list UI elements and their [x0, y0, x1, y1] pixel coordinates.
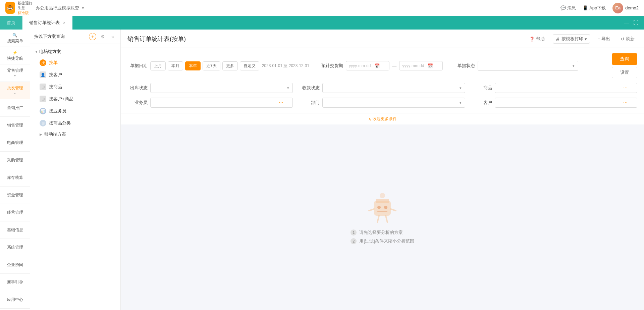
- add-scheme-btn[interactable]: +: [89, 33, 96, 40]
- customer-dots-icon[interactable]: ···: [623, 100, 628, 106]
- filter-settings-btn[interactable]: 设置: [612, 67, 637, 78]
- customer-input[interactable]: ···: [495, 98, 637, 108]
- scheme-by-order-icon: 按: [40, 59, 46, 66]
- page-actions: ❓ 帮助 🖨 按模板打印 ▾ ↑ 导出 ↺: [527, 34, 638, 44]
- sidebar-item-shortcuts[interactable]: ⚡ 快捷导航: [0, 47, 30, 64]
- action-buttons: 查询 设置: [612, 53, 637, 78]
- app-title[interactable]: 办公用品行业模拟账套 ▾: [36, 5, 560, 11]
- date-btn-last-month[interactable]: 上月: [150, 61, 166, 70]
- date-range-text: 2023-01-01 至 2023-12-31: [262, 63, 309, 69]
- sidebar-item-wechat[interactable]: 企业微信: [0, 309, 30, 310]
- sidebar-item-wholesale[interactable]: 批发管理 ▴: [0, 82, 30, 99]
- scheme-by-customer[interactable]: 👤 按客户: [30, 69, 120, 81]
- message-btn[interactable]: 💬 消息: [560, 5, 576, 11]
- delivery-select[interactable]: ▾: [150, 83, 293, 93]
- export-btn[interactable]: ↑ 导出: [595, 35, 613, 43]
- delivery-arrow: ▾: [287, 86, 289, 90]
- date-btn-this-month[interactable]: 本月: [168, 61, 183, 70]
- scheme-by-order[interactable]: 按 按单: [30, 57, 120, 69]
- scheme-by-goods-icon: ⊞: [40, 84, 46, 90]
- expected-date-end[interactable]: yyyy-mm-dd 📅: [399, 61, 443, 70]
- receipt-select[interactable]: ▾: [322, 83, 465, 93]
- query-btn[interactable]: 查询: [612, 53, 637, 65]
- salesman-input[interactable]: ···: [150, 98, 293, 108]
- right-panel: 销售订单统计表(按单) ❓ 帮助 🖨 按模板打印 ▾ ↑: [121, 30, 644, 310]
- salesman-dots-icon[interactable]: ···: [279, 100, 283, 106]
- svg-line-5: [369, 209, 374, 211]
- department-arrow: ▾: [460, 101, 462, 105]
- scheme-by-category[interactable]: ⊟ 按商品分类: [30, 117, 120, 129]
- print-icon: 🖨: [556, 37, 560, 42]
- date-btn-this-year[interactable]: 本年: [185, 61, 201, 70]
- sidebar-item-enterprise[interactable]: 企业协同: [0, 256, 30, 274]
- logo: 🐯 畅捷通好生意 标准版: [5, 1, 36, 15]
- sidebar-item-newbie[interactable]: 新手引导: [0, 274, 30, 291]
- user-profile[interactable]: Ea demo2: [612, 3, 639, 13]
- svg-point-3: [384, 206, 387, 209]
- logo-text: 畅捷通好生意 标准版: [18, 1, 36, 15]
- sidebar-item-retail[interactable]: 零售管理 ▾: [0, 64, 30, 82]
- retail-expand-icon: ▾: [14, 73, 16, 78]
- content-area: 按以下方案查询 + ⚙ « ▾ 电脑端方案 按 按单 👤 按客户: [30, 30, 644, 310]
- sidebar-item-purchase[interactable]: 采购管理: [0, 152, 30, 169]
- filter-content: 单据日期 上月 本月 本年 近7天 更多 自定义 2023-01-01 至 20…: [121, 48, 644, 113]
- expected-date-start[interactable]: yyyy-mm-dd 📅: [346, 61, 389, 70]
- app-download-btn[interactable]: 📱 App下载: [583, 5, 606, 11]
- receipt-label: 收款状态: [300, 85, 320, 91]
- date-btn-7days[interactable]: 近7天: [203, 61, 220, 70]
- search-icon: 🔍: [12, 33, 17, 38]
- sidebar-item-ecommerce[interactable]: 电商管理: [0, 134, 30, 152]
- sidebar-item-search[interactable]: 🔍 搜索菜单: [0, 30, 30, 47]
- date-label: 单据日期: [127, 63, 148, 69]
- sidebar-item-app-center[interactable]: 应用中心: [0, 291, 30, 309]
- tab-close-icon[interactable]: ×: [63, 20, 65, 25]
- mobile-group-triangle: ▶: [40, 133, 42, 136]
- tab-sales-order[interactable]: 销售订单统计表 ×: [22, 16, 72, 30]
- scheme-by-salesman[interactable]: 📊 按业务员: [30, 105, 120, 117]
- date-btn-custom[interactable]: 自定义: [240, 61, 259, 70]
- collapse-btn[interactable]: ∧ 收起更多条件: [121, 113, 644, 124]
- wholesale-expand-icon: ▴: [14, 91, 16, 96]
- date-btn-more[interactable]: 更多: [222, 61, 238, 70]
- tab-minimize-icon[interactable]: —: [624, 20, 629, 26]
- left-panel: 按以下方案查询 + ⚙ « ▾ 电脑端方案 按 按单 👤 按客户: [30, 30, 121, 310]
- refresh-btn[interactable]: ↺ 刷新: [618, 35, 637, 43]
- receipt-field: 收款状态 ▾: [300, 83, 465, 93]
- status-select[interactable]: ▾: [478, 61, 578, 71]
- refresh-icon: ↺: [621, 37, 625, 42]
- message-icon: 💬: [560, 5, 566, 10]
- empty-hint-2: 2 用[过滤]条件来缩小分析范围: [351, 238, 414, 244]
- sidebar-item-finance[interactable]: 资金管理: [0, 187, 30, 204]
- customer-label: 客户: [472, 100, 492, 106]
- sidebar-item-marketing[interactable]: 营销推广: [0, 99, 30, 117]
- tab-home[interactable]: 首页: [0, 16, 22, 30]
- tab-maximize-icon[interactable]: ⛶: [633, 20, 639, 26]
- goods-label: 商品: [472, 85, 492, 91]
- goods-dots-icon[interactable]: ···: [623, 85, 628, 91]
- empty-state: 1 请先选择要分析的方案 2 用[过滤]条件来缩小分析范围: [121, 124, 644, 310]
- scheme-by-goods[interactable]: ⊞ 按商品: [30, 81, 120, 93]
- collapse-panel-btn[interactable]: «: [109, 33, 116, 40]
- sidebar-item-basic-info[interactable]: 基础信息: [0, 221, 30, 239]
- pc-group-header[interactable]: ▾ 电脑端方案: [30, 47, 120, 57]
- sidebar-item-system[interactable]: 系统管理: [0, 239, 30, 256]
- sidebar-item-inventory[interactable]: 库存核算: [0, 169, 30, 187]
- sidebar-item-operations[interactable]: 经营管理: [0, 204, 30, 221]
- department-select[interactable]: ▾: [322, 98, 465, 108]
- mobile-group-header[interactable]: ▶ 移动端方案: [30, 129, 120, 139]
- scheme-by-customer-goods[interactable]: ⊞ 按客户+商品: [30, 93, 120, 105]
- receipt-arrow: ▾: [460, 86, 462, 90]
- svg-line-6: [391, 209, 396, 211]
- export-icon: ↑: [598, 37, 600, 42]
- tab-bar-actions: — ⛶: [619, 16, 644, 30]
- settings-scheme-btn[interactable]: ⚙: [99, 33, 106, 40]
- scheme-by-salesman-icon: 📊: [40, 108, 46, 114]
- goods-input[interactable]: ···: [495, 83, 637, 93]
- left-panel-header: 按以下方案查询 + ⚙ «: [30, 30, 120, 44]
- help-btn[interactable]: ❓ 帮助: [527, 35, 547, 43]
- expected-date-label: 预计交货期: [321, 63, 343, 69]
- sidebar-item-sales[interactable]: 销售管理: [0, 117, 30, 134]
- empty-hint-1: 1 请先选择要分析的方案: [351, 229, 414, 236]
- status-select-arrow: ▾: [573, 64, 575, 68]
- template-print-btn[interactable]: 🖨 按模板打印 ▾: [553, 34, 590, 44]
